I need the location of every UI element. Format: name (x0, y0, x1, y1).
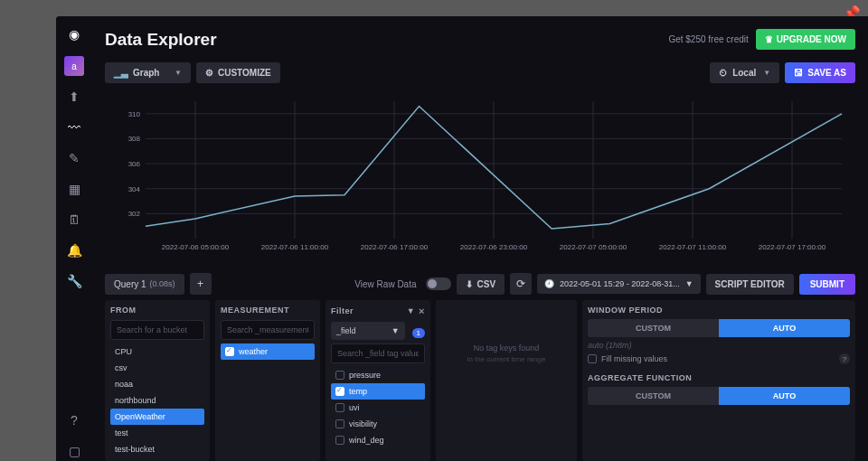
download-icon: ⬇ (466, 279, 473, 289)
time-range-dropdown[interactable]: 🕘2022-05-01 15:29 - 2022-08-31...▼ (537, 274, 701, 294)
list-item[interactable]: uvi (331, 400, 425, 416)
checkbox-icon (335, 419, 344, 428)
chart-svg: 302304306308310 2022-07-06 05:00:002022-… (105, 92, 855, 264)
aggregate-custom-button[interactable]: CUSTOM (588, 387, 719, 405)
window-custom-button[interactable]: CUSTOM (588, 319, 719, 337)
aggregate-auto-button[interactable]: AUTO (719, 387, 850, 405)
clock-icon: ⏲ (719, 68, 728, 78)
fill-missing-label: Fill missing values (601, 354, 667, 363)
graph-icon: ▁▃ (114, 68, 128, 78)
left-nav: ◉ a ⬆ 〰 ✎ ▦ 🗓 🔔 🔧 ? ▢ (56, 16, 92, 461)
alerts-icon[interactable]: 🔔 (64, 240, 84, 260)
list-item[interactable]: csv (110, 360, 204, 376)
script-editor-button[interactable]: SCRIPT EDITOR (706, 274, 794, 295)
measurement-panel: MEASUREMENT weather (215, 300, 320, 461)
clock-icon: 🕘 (544, 279, 554, 288)
csv-button[interactable]: ⬇CSV (457, 274, 505, 295)
avatar[interactable]: a (64, 56, 84, 76)
field-search-input[interactable] (331, 343, 425, 363)
svg-text:2022-07-07 17:00:00: 2022-07-07 17:00:00 (759, 243, 826, 251)
svg-text:2022-07-06 11:00:00: 2022-07-06 11:00:00 (261, 243, 329, 251)
chevron-down-icon[interactable]: ▼ (407, 306, 415, 315)
chart: 302304306308310 2022-07-06 05:00:002022-… (105, 92, 855, 264)
viz-type-dropdown[interactable]: ▁▃Graph▼ (105, 62, 191, 83)
filter-title: Filter (331, 306, 354, 315)
window-period-toggle: CUSTOM AUTO (588, 319, 850, 337)
chevron-down-icon: ▼ (392, 326, 400, 335)
field-dropdown[interactable]: _field ▼ (331, 322, 405, 340)
close-icon[interactable]: × (419, 306, 425, 316)
svg-text:310: 310 (128, 110, 141, 118)
bucket-search-input[interactable] (110, 320, 204, 340)
aggregate-toggle: CUSTOM AUTO (588, 387, 850, 405)
page-title: Data Explorer (105, 30, 668, 50)
tags-panel: No tag keys found in the current time ra… (436, 300, 577, 461)
add-query-button[interactable]: + (190, 273, 212, 295)
gear-icon: ⚙ (205, 68, 213, 78)
submit-button[interactable]: SUBMIT (799, 274, 855, 295)
checkbox-icon (335, 436, 344, 445)
list-item[interactable]: noaa (110, 376, 204, 392)
chevron-down-icon: ▼ (763, 69, 770, 77)
list-item[interactable]: pressure (331, 367, 425, 383)
fill-missing-checkbox[interactable] (588, 354, 597, 363)
save-as-button[interactable]: 🖫SAVE AS (785, 62, 855, 83)
list-item[interactable]: test-bucket (110, 441, 204, 456)
list-item[interactable]: temp (331, 383, 425, 400)
checkbox-icon (335, 403, 344, 412)
list-item[interactable]: OpenWeather (110, 409, 204, 425)
list-item[interactable]: wind_deg (331, 432, 425, 448)
credit-text: Get $250 free credit (668, 34, 748, 44)
raw-data-toggle[interactable] (426, 278, 451, 290)
query-tab[interactable]: Query 1 (0.08s) (105, 274, 184, 295)
app-window: ◉ a ⬆ 〰 ✎ ▦ 🗓 🔔 🔧 ? ▢ Data Explorer Get … (56, 16, 868, 461)
svg-text:2022-07-06 23:00:00: 2022-07-06 23:00:00 (460, 243, 528, 251)
list-item[interactable]: visibility (331, 416, 425, 432)
query-bar: Query 1 (0.08s) + View Raw Data ⬇CSV ⟳ 🕘… (105, 273, 855, 295)
from-title: FROM (110, 306, 204, 315)
measurement-title: MEASUREMENT (221, 306, 315, 315)
crown-icon: ♛ (765, 34, 773, 44)
svg-text:2022-07-07 11:00:00: 2022-07-07 11:00:00 (659, 243, 727, 251)
raw-data-label: View Raw Data (354, 279, 416, 289)
settings-icon[interactable]: 🔧 (64, 271, 84, 291)
query-builder: FROM CPUcsvnoaanorthboundOpenWeathertest… (105, 300, 855, 461)
measurement-search-input[interactable] (221, 320, 315, 340)
list-item[interactable]: CPU (110, 343, 204, 360)
checkbox-icon (335, 371, 344, 380)
explore-icon[interactable]: 〰 (64, 118, 84, 137)
refresh-button[interactable]: ⟳ (510, 273, 532, 295)
upload-icon[interactable]: ⬆ (64, 87, 84, 107)
list-item[interactable]: northbound (110, 392, 204, 409)
svg-text:304: 304 (128, 185, 141, 193)
from-panel: FROM CPUcsvnoaanorthboundOpenWeathertest… (105, 300, 210, 461)
layout-icon[interactable]: ▢ (64, 441, 84, 461)
list-item[interactable]: weather (221, 343, 315, 360)
upgrade-button[interactable]: ♛UPGRADE NOW (756, 29, 855, 50)
help-icon[interactable]: ? (64, 410, 84, 430)
window-period-title: WINDOW PERIOD (588, 306, 850, 315)
svg-text:308: 308 (128, 135, 141, 143)
field-count-badge: 1 (412, 328, 425, 338)
svg-text:2022-07-06 17:00:00: 2022-07-06 17:00:00 (361, 243, 429, 251)
customize-button[interactable]: ⚙CUSTOMIZE (196, 62, 280, 83)
list-item[interactable]: test (110, 425, 204, 441)
no-tags-message: No tag keys found in the current time ra… (441, 342, 571, 366)
viz-toolbar: ▁▃Graph▼ ⚙CUSTOMIZE ⏲Local▼ 🖫SAVE AS (105, 62, 855, 83)
svg-text:2022-07-07 05:00:00: 2022-07-07 05:00:00 (560, 243, 627, 251)
timezone-dropdown[interactable]: ⏲Local▼ (710, 62, 779, 83)
dashboards-icon[interactable]: ▦ (64, 179, 84, 199)
checkbox-icon (225, 347, 234, 356)
page-header: Data Explorer Get $250 free credit ♛UPGR… (105, 29, 855, 50)
checkbox-icon (335, 387, 344, 396)
svg-text:306: 306 (128, 160, 141, 168)
svg-text:302: 302 (128, 210, 141, 218)
filter-panel: Filter ▼ × _field ▼ 1 pressuretempuvivis… (326, 300, 430, 461)
help-icon[interactable]: ? (839, 353, 850, 364)
logo-icon[interactable]: ◉ (63, 24, 85, 45)
window-auto-button[interactable]: AUTO (719, 319, 850, 337)
save-icon: 🖫 (794, 68, 803, 78)
notebook-icon[interactable]: ✎ (64, 148, 84, 168)
tasks-icon[interactable]: 🗓 (64, 210, 84, 230)
chevron-down-icon: ▼ (175, 69, 182, 77)
